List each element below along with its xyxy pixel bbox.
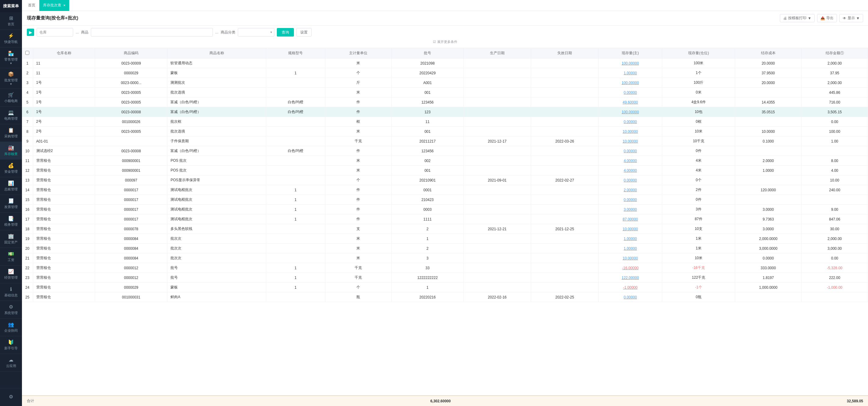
cell-unit-cost — [735, 175, 802, 185]
cell-name: 批次选填 — [167, 88, 266, 98]
sidebar-item-wholesale[interactable]: 📦 批发管理 ▼ — [0, 68, 22, 89]
cell-qty-main[interactable]: 0.00000 — [598, 88, 662, 98]
cell-unit: 件 — [325, 98, 392, 107]
sidebar-item-general[interactable]: 📊 总账管理 — [0, 177, 22, 195]
tax-icon: 📑 — [8, 216, 14, 222]
sidebar-item-home[interactable]: ⊞ 首页 — [0, 12, 22, 30]
cell-qty-main[interactable]: 10.00000 — [598, 127, 662, 136]
cell-unit: 米 — [325, 166, 392, 175]
cell-qty-main[interactable]: 1.00000 — [598, 234, 662, 244]
export-button[interactable]: 📤 导出 — [817, 14, 837, 22]
filter-expand[interactable]: ☑ 展开更多条件 — [27, 38, 863, 45]
sidebar-item-system[interactable]: ⚙ 系统管理 — [0, 301, 22, 318]
sidebar-item-basic-info[interactable]: ℹ 基础信息 — [0, 283, 22, 301]
cell-qty-main[interactable]: 87.00000 — [598, 214, 662, 224]
settings-button[interactable]: 设置 — [296, 28, 312, 37]
warehouse-input[interactable] — [37, 28, 73, 37]
cell-qty-main[interactable]: 4.00000 — [598, 166, 662, 175]
cell-qty-main[interactable]: 1.00000 — [598, 68, 662, 78]
ecommerce-icon: 💻 — [8, 110, 14, 115]
cell-qty-main[interactable]: 10.00000 — [598, 224, 662, 234]
sidebar-item-ops[interactable]: 📈 经营管理 — [0, 266, 22, 283]
sidebar-item-inventory[interactable]: 🏭 库存核查 — [0, 142, 22, 160]
cell-qty-main[interactable]: 4.00000 — [598, 156, 662, 166]
sidebar-item-invoice[interactable]: 🧾 发票管理 — [0, 195, 22, 212]
sidebar-item-label: 采购管理 — [4, 134, 18, 139]
sidebar-item-cloud[interactable]: ☁ 云应用 — [0, 354, 22, 372]
cell-qty-stock: 10米 — [662, 253, 735, 263]
cell-qty-main[interactable]: 0.00000 — [598, 146, 662, 156]
cell-batch: 002 — [392, 156, 463, 166]
cell-qty-main[interactable]: -16.00000 — [598, 263, 662, 273]
col-qty-main: 现存量(主) — [598, 48, 662, 59]
retail-icon: 🏪 — [8, 50, 14, 56]
cell-qty-main[interactable]: 0.00000 — [598, 293, 662, 302]
sidebar-item-purchase[interactable]: 📋 采购管理 — [0, 124, 22, 142]
cell-qty-main[interactable]: 49.60000 — [598, 98, 662, 107]
tab-close-icon[interactable]: ✕ — [63, 4, 66, 7]
cell-idx: 4 — [22, 88, 33, 98]
table-row: 8 2号 0023-00005 批次选填 米 001 10.00000 10米 … — [22, 127, 868, 136]
category-select[interactable] — [238, 28, 274, 37]
sidebar-item-ecommerce[interactable]: 💻 电商管理 — [0, 107, 22, 124]
cell-qty-main[interactable]: -1.00000 — [598, 283, 662, 293]
sidebar-item-collab[interactable]: 👥 企业协同 — [0, 318, 22, 336]
cell-unit: 个 — [325, 283, 392, 293]
cell-warehouse: 测试选经2 — [33, 146, 95, 156]
sidebar-item-new-guide[interactable]: 🔰 新手引导 — [0, 336, 22, 354]
cell-prod-date — [463, 244, 531, 253]
cell-exp-date: 2021-12-25 — [531, 224, 598, 234]
select-all-checkbox[interactable] — [25, 51, 29, 55]
cell-qty-main[interactable]: 0.00000 — [598, 175, 662, 185]
sidebar-item-retail[interactable]: 🏪 零售管理 ▼ — [0, 47, 22, 68]
cell-qty-main[interactable]: 100.00000 — [598, 59, 662, 68]
sidebar-settings[interactable]: ⚙ — [8, 391, 14, 404]
sidebar-item-finance[interactable]: 💰 资金管理 — [0, 160, 22, 177]
print-button[interactable]: 🖨 按模板打印 ▼ — [780, 14, 815, 22]
cell-prod-date: 2022-02-16 — [463, 293, 531, 302]
cell-qty-main[interactable]: 10.00000 — [598, 253, 662, 263]
goods-input[interactable] — [91, 28, 213, 37]
sidebar-item-fixed-asset[interactable]: 🏢 固定资产 — [0, 230, 22, 248]
filter-arrow-btn[interactable]: ▶ — [27, 29, 34, 36]
table-row: 10 测试选经2 0023-00008 富减（白色/均橙） 白色/均橙 件 12… — [22, 146, 868, 156]
sidebar-logo[interactable]: 搜索菜单 — [0, 0, 22, 12]
cell-qty-main[interactable]: 0.00000 — [598, 117, 662, 127]
goods-label: 商品 — [81, 30, 88, 35]
tab-inventory-batch[interactable]: 库存批次查 ✕ — [39, 0, 69, 11]
cell-spec — [266, 253, 325, 263]
sidebar-item-tax[interactable]: 📑 税务管理 — [0, 212, 22, 230]
print-label: 按模板打印 — [788, 15, 806, 21]
cell-unit-cost: 20.0000 — [735, 59, 802, 68]
cell-qty-main[interactable]: 1.00000 — [598, 244, 662, 253]
sidebar-item-mini-shop[interactable]: 🛒 小额电商 — [0, 89, 22, 107]
cell-batch: 1 — [392, 234, 463, 244]
cell-warehouse: 营营核仓 — [33, 166, 95, 175]
show-button[interactable]: 👁 显示 ▼ — [839, 14, 863, 22]
sidebar-bottom: ⚙ — [0, 388, 22, 406]
cell-qty-stock: 10米 — [662, 127, 735, 136]
cell-qty-main[interactable]: 100.00000 — [598, 107, 662, 117]
search-button[interactable]: 查询 — [277, 28, 294, 37]
cell-qty-main[interactable]: 10.00000 — [598, 136, 662, 146]
col-code: 商品编码 — [95, 48, 167, 59]
cell-code: 001000026 — [95, 117, 167, 127]
sidebar-item-payroll[interactable]: 💵 工资 — [0, 248, 22, 266]
cell-total-cost: 100.00 — [802, 127, 868, 136]
cell-qty-main[interactable]: 3.00000 — [598, 205, 662, 214]
cell-total-cost: 2,000.00 — [802, 234, 868, 244]
cell-idx: 22 — [22, 263, 33, 273]
fixed-asset-icon: 🏢 — [8, 233, 14, 239]
cell-batch: 20211217 — [392, 136, 463, 146]
table-wrap[interactable]: 仓库名称 商品编码 商品名称 规格型号 主计量单位 批号 生产日期 失效日期 现… — [22, 48, 868, 395]
sidebar-item-quick-nav[interactable]: ⚡ 快捷导航 — [0, 30, 22, 47]
cell-qty-main[interactable]: 0.00000 — [598, 195, 662, 205]
cell-qty-main[interactable]: 2.00000 — [598, 185, 662, 195]
tab-home[interactable]: 首页 — [24, 0, 39, 11]
cell-qty-stock: 0个 — [662, 175, 735, 185]
cloud-icon: ☁ — [8, 357, 13, 363]
cell-qty-main[interactable]: 100.00000 — [598, 78, 662, 88]
cell-qty-main[interactable]: 122.00000 — [598, 273, 662, 283]
cell-qty-stock: 122千克 — [662, 273, 735, 283]
cell-unit-cost: 120.0000 — [735, 185, 802, 195]
